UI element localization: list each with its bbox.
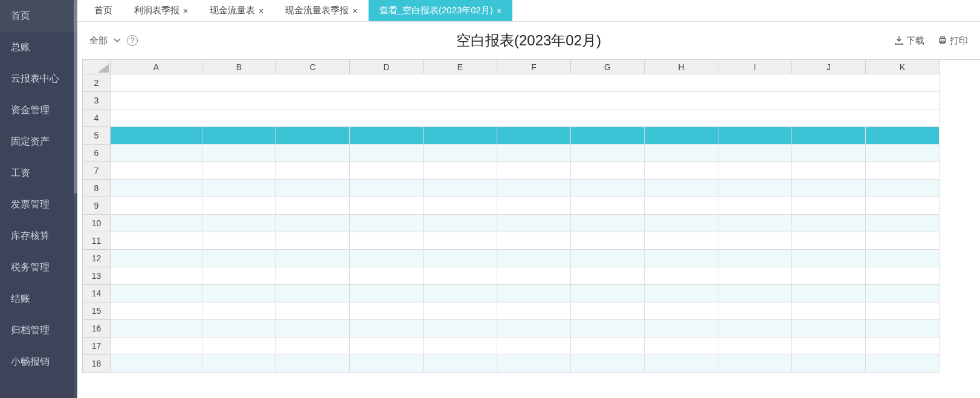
column-header[interactable]: C (276, 60, 350, 74)
cell[interactable] (424, 338, 497, 355)
cell[interactable] (424, 215, 497, 232)
cell[interactable] (350, 355, 424, 373)
cell[interactable] (202, 267, 276, 285)
cell[interactable] (645, 127, 718, 145)
cell[interactable] (718, 302, 792, 320)
cell[interactable] (202, 232, 276, 250)
cell[interactable] (571, 92, 645, 109)
cell[interactable] (645, 180, 718, 197)
column-header[interactable]: D (350, 60, 424, 74)
cell[interactable] (497, 302, 571, 320)
cell[interactable] (424, 302, 497, 320)
cell[interactable] (111, 355, 202, 373)
cell[interactable] (792, 232, 866, 250)
cell[interactable] (202, 127, 276, 145)
row-header[interactable]: 4 (83, 109, 111, 127)
cell[interactable] (792, 74, 866, 92)
cell[interactable] (276, 74, 350, 92)
cell[interactable] (866, 338, 940, 355)
cell[interactable] (202, 215, 276, 232)
cell[interactable] (866, 232, 940, 250)
cell[interactable] (202, 109, 276, 127)
cell[interactable] (276, 267, 350, 285)
row-header[interactable]: 3 (83, 92, 111, 109)
row-header[interactable]: 12 (83, 250, 111, 267)
cell[interactable] (350, 127, 424, 145)
cell[interactable] (497, 127, 571, 145)
sidebar-item-cloud-reports[interactable]: 云报表中心 (0, 63, 77, 94)
cell[interactable] (645, 92, 718, 109)
sidebar-item-tax[interactable]: 税务管理 (0, 252, 77, 283)
cell[interactable] (202, 338, 276, 355)
cell[interactable] (350, 302, 424, 320)
cell[interactable] (645, 250, 718, 267)
cell[interactable] (792, 162, 866, 180)
cell[interactable] (718, 267, 792, 285)
row-header[interactable]: 16 (83, 320, 111, 338)
cell[interactable] (497, 355, 571, 373)
cell[interactable] (571, 232, 645, 250)
cell[interactable] (276, 320, 350, 338)
cell[interactable] (792, 145, 866, 162)
sidebar-item-salary[interactable]: 工资 (0, 157, 77, 189)
cell[interactable] (866, 127, 940, 145)
cell[interactable] (276, 127, 350, 145)
close-icon[interactable]: × (183, 7, 188, 15)
column-header[interactable]: F (497, 60, 571, 74)
cell[interactable] (276, 250, 350, 267)
cell[interactable] (866, 74, 940, 92)
cell[interactable] (424, 355, 497, 373)
column-header[interactable]: H (645, 60, 718, 74)
row-header[interactable]: 11 (83, 232, 111, 250)
cell[interactable] (350, 109, 424, 127)
row-header[interactable]: 14 (83, 285, 111, 302)
cell[interactable] (718, 109, 792, 127)
cell[interactable] (111, 162, 202, 180)
column-header[interactable]: I (718, 60, 792, 74)
cell[interactable] (866, 267, 940, 285)
cell[interactable] (276, 215, 350, 232)
sidebar-item-funds[interactable]: 资金管理 (0, 94, 77, 126)
cell[interactable] (792, 285, 866, 302)
cell[interactable] (792, 267, 866, 285)
cell[interactable] (645, 285, 718, 302)
column-header[interactable]: B (202, 60, 276, 74)
cell[interactable] (866, 320, 940, 338)
cell[interactable] (792, 180, 866, 197)
cell[interactable] (792, 197, 866, 215)
cell[interactable] (571, 127, 645, 145)
cell[interactable] (424, 92, 497, 109)
cell[interactable] (571, 355, 645, 373)
tab-view-blank-report[interactable]: 查看_空白报表(2023年02月) × (369, 0, 513, 21)
cell[interactable] (866, 302, 940, 320)
row-header[interactable]: 6 (83, 145, 111, 162)
cell[interactable] (792, 302, 866, 320)
cell[interactable] (424, 285, 497, 302)
sidebar-item-inventory[interactable]: 库存核算 (0, 220, 77, 252)
row-header[interactable]: 9 (83, 197, 111, 215)
cell[interactable] (497, 162, 571, 180)
cell[interactable] (645, 109, 718, 127)
cell[interactable] (111, 232, 202, 250)
cell[interactable] (718, 250, 792, 267)
cell[interactable] (792, 250, 866, 267)
cell[interactable] (571, 74, 645, 92)
row-header[interactable]: 2 (83, 74, 111, 92)
tab-home[interactable]: 首页 (83, 0, 123, 21)
cell[interactable] (350, 197, 424, 215)
cell[interactable] (202, 145, 276, 162)
cell[interactable] (718, 215, 792, 232)
cell[interactable] (497, 180, 571, 197)
cell[interactable] (202, 74, 276, 92)
cell[interactable] (866, 109, 940, 127)
cell[interactable] (276, 180, 350, 197)
cell[interactable] (571, 250, 645, 267)
cell[interactable] (350, 92, 424, 109)
cell[interactable] (350, 74, 424, 92)
cell[interactable] (866, 162, 940, 180)
cell[interactable] (718, 162, 792, 180)
column-header[interactable]: K (866, 60, 940, 74)
cell[interactable] (718, 180, 792, 197)
close-icon[interactable]: × (352, 7, 357, 15)
cell[interactable] (571, 338, 645, 355)
